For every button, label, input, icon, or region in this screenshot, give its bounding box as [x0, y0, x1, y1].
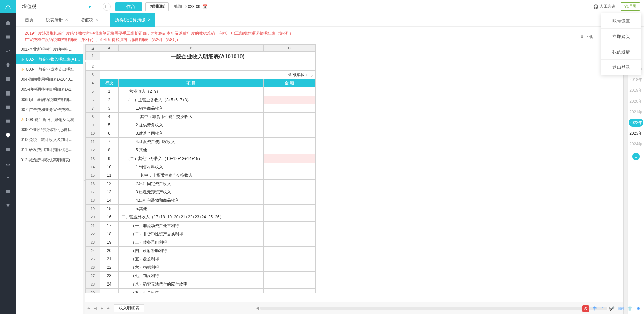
amount-cell[interactable] — [264, 188, 316, 196]
item-cell[interactable]: （六）捐赠利得 — [119, 263, 264, 272]
amount-cell[interactable] — [264, 154, 316, 163]
workbench-button[interactable]: 工作台 — [115, 2, 142, 11]
dropdown-logout[interactable]: 退出登录 — [601, 60, 641, 75]
row-number[interactable]: 29 — [85, 289, 100, 293]
tree-item[interactable]: ⚠003-一般企业成本支出明细... — [16, 64, 83, 74]
doc-icon-button[interactable] — [103, 3, 111, 11]
year-more-icon[interactable]: ⌄ — [632, 153, 640, 160]
amount-cell[interactable] — [264, 104, 316, 113]
amount-cell[interactable] — [264, 87, 316, 96]
ime-mode[interactable]: 中 — [592, 306, 598, 312]
nav-home-icon[interactable] — [5, 19, 11, 26]
close-icon[interactable]: ✕ — [65, 18, 68, 22]
tab-income-tax[interactable]: 所得税汇算清缴✕ — [110, 13, 155, 27]
tree-item[interactable]: 012-减免所得税优惠明细表(... — [16, 155, 83, 165]
row-number[interactable]: 7 — [85, 104, 100, 113]
row-number[interactable]: 10 — [85, 129, 100, 138]
row-number[interactable]: 5 — [85, 87, 100, 96]
corner-cell[interactable]: ◢ — [85, 44, 100, 52]
line-cell[interactable]: 14 — [100, 196, 119, 205]
amount-cell[interactable] — [264, 129, 316, 138]
sheet-nav-prev[interactable]: ◀ — [92, 305, 99, 312]
line-cell[interactable]: 9 — [100, 154, 119, 163]
tree-item[interactable]: 007-广告费和业务宣传费跨... — [16, 105, 83, 115]
tree-item[interactable]: 004-期间费用明细表(A1040... — [16, 74, 83, 84]
tab-tax-list[interactable]: 税表清册✕ — [46, 13, 68, 27]
item-cell[interactable]: （三）债务重组利得 — [119, 238, 264, 247]
item-cell[interactable]: （八）确实无法偿付的应付款项 — [119, 280, 264, 289]
nav-v-icon[interactable] — [5, 202, 11, 209]
amount-cell[interactable] — [264, 96, 316, 104]
amount-cell[interactable] — [264, 146, 316, 154]
app-logo[interactable] — [0, 0, 16, 13]
amount-cell[interactable] — [264, 180, 316, 188]
row-number[interactable]: 24 — [85, 247, 100, 255]
line-cell[interactable]: 7 — [100, 138, 119, 146]
amount-cell[interactable] — [264, 289, 316, 293]
row-number[interactable]: 20 — [85, 213, 100, 222]
row-number[interactable]: 25 — [85, 255, 100, 263]
ime-punct-icon[interactable]: °, — [600, 306, 606, 312]
nav-screen-icon[interactable] — [5, 118, 11, 125]
consult-link[interactable]: 🎧 人工咨询 — [593, 4, 616, 9]
year-item[interactable]: 2022年 — [629, 119, 643, 127]
row-number[interactable]: 12 — [85, 146, 100, 154]
amount-cell[interactable] — [264, 280, 316, 289]
year-item[interactable]: 2018年 — [629, 76, 643, 84]
col-header[interactable]: C — [264, 44, 316, 52]
row-number[interactable]: 2 — [85, 62, 100, 71]
amount-cell[interactable] — [264, 238, 316, 247]
line-cell[interactable]: 15 — [100, 205, 119, 213]
nav-gear-icon[interactable] — [5, 174, 11, 181]
col-header[interactable]: A — [100, 44, 119, 52]
tree-item[interactable]: 009-企业所得税弥补亏损明... — [16, 125, 83, 135]
year-item[interactable]: 2023年 — [629, 129, 643, 137]
nav-bag-icon[interactable] — [5, 62, 11, 68]
row-number[interactable]: 26 — [85, 263, 100, 272]
line-cell[interactable]: 21 — [100, 255, 119, 263]
line-cell[interactable]: 23 — [100, 272, 119, 280]
dropdown-buy-now[interactable]: 立即购买 — [601, 29, 641, 44]
item-cell[interactable]: 一、营业收入（2+9） — [119, 87, 264, 96]
amount-cell[interactable] — [264, 113, 316, 121]
tab-home[interactable]: 首页 — [25, 13, 34, 27]
item-cell[interactable]: （五）盘盈利得 — [119, 255, 264, 263]
nav-clipboard-icon[interactable] — [5, 76, 11, 82]
amount-cell[interactable] — [264, 121, 316, 129]
line-cell[interactable] — [100, 289, 119, 293]
amount-cell[interactable] — [264, 255, 316, 263]
row-number[interactable]: 19 — [85, 205, 100, 213]
line-cell[interactable]: 17 — [100, 222, 119, 230]
line-cell[interactable]: 24 — [100, 280, 119, 289]
item-cell[interactable]: 1.销售材料收入 — [119, 163, 264, 171]
spreadsheet[interactable]: ◢ A B C 1 一般企业收入明细表(A101010) 2 3 — [85, 44, 623, 302]
line-cell[interactable]: 2 — [100, 96, 119, 104]
nav-calc-icon[interactable] — [5, 90, 11, 97]
amount-cell[interactable] — [264, 213, 316, 222]
row-number[interactable]: 6 — [85, 96, 100, 104]
dropdown-account-settings[interactable]: 账号设置 — [601, 13, 641, 29]
item-cell[interactable]: （四）政府补助利得 — [119, 247, 264, 255]
amount-cell[interactable] — [264, 205, 316, 213]
amount-cell[interactable] — [264, 263, 316, 272]
amount-cell[interactable] — [264, 230, 316, 238]
row-number[interactable]: 1 — [85, 52, 100, 60]
sheet-nav-first[interactable]: ⏮ — [85, 305, 92, 312]
item-cell[interactable]: （一）非流动资产处置利得 — [119, 222, 264, 230]
horizontal-scrollbar[interactable] — [256, 306, 611, 311]
item-cell[interactable]: 二、营业外收入（17+18+19+20+21+22+23+24+25+26） — [119, 213, 264, 222]
item-cell[interactable]: 2.提供劳务收入 — [119, 121, 264, 129]
line-cell[interactable]: 20 — [100, 247, 119, 255]
vertical-scrollbar[interactable] — [623, 44, 627, 314]
amount-cell[interactable] — [264, 272, 316, 280]
item-cell[interactable]: 4.让渡资产使用权收入 — [119, 138, 264, 146]
amount-cell[interactable] — [264, 247, 316, 255]
item-cell[interactable]: （一）主营业务收入（3+5+6+7+8） — [119, 96, 264, 104]
year-item[interactable]: 2024年 — [629, 140, 643, 148]
row-number[interactable]: 18 — [85, 196, 100, 205]
ime-logo-icon[interactable]: S — [582, 305, 589, 312]
line-cell[interactable]: 6 — [100, 129, 119, 138]
tree-item[interactable]: ⚠008-资产折旧、摊销及纳税... — [16, 115, 83, 125]
sheet-nav-next[interactable]: ▶ — [99, 305, 105, 312]
ime-toolbox-icon[interactable]: ⚙ — [635, 306, 641, 312]
